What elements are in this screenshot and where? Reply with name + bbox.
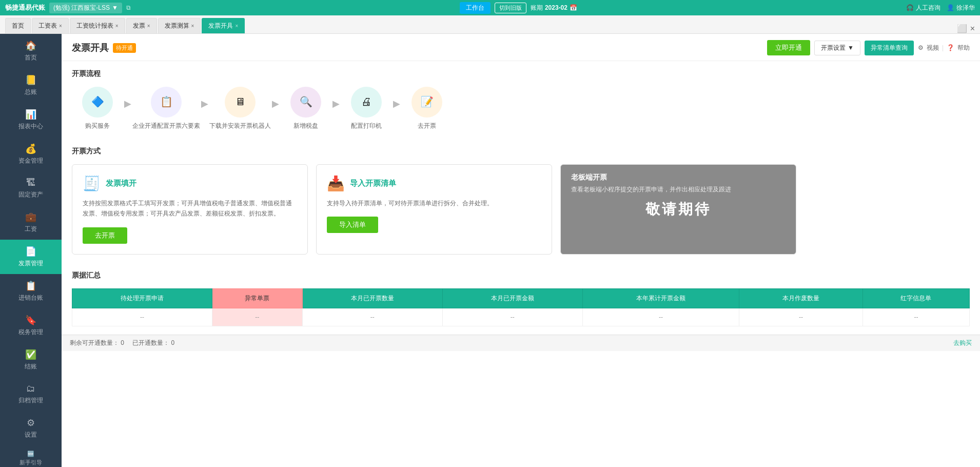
sidebar-item-tax-mgmt[interactable]: 🔖 税务管理 <box>0 308 62 343</box>
tab-home[interactable]: 首页 <box>5 18 31 33</box>
arrow-2: ▶ <box>201 98 208 109</box>
switch-version-button[interactable]: 切到旧版 <box>495 3 526 13</box>
manual-fill-desc: 支持按照发票格式手工填写开发票；可开具增值税电子普通发票、增值税普通发票、增值税… <box>83 198 297 219</box>
settings-right-icon: ⚙ <box>918 44 924 51</box>
method-section: 开票方式 🧾 发票填开 支持按照发票格式手工填写开发票；可开具增值税电子普通发票… <box>62 139 980 263</box>
arrow-4: ▶ <box>332 98 340 109</box>
arrow-1: ▶ <box>124 98 131 109</box>
step-open-invoice-icon-wrap: 📝 <box>411 87 442 118</box>
home-icon: 🏠 <box>25 40 36 51</box>
app-logo: 畅捷通易代账 <box>5 3 45 12</box>
top-bar-center: 工作台 切到旧版 账期 2023-02 📅 <box>460 2 577 14</box>
sidebar-item-fund-mgmt[interactable]: 💰 资金管理 <box>0 137 62 171</box>
company-selector[interactable]: (勉强) 江西服宝-LSS ▼ <box>49 3 122 13</box>
new-guide-icon: 🆕 <box>27 451 34 457</box>
step-tax-disk-label: 新增税盘 <box>293 122 318 130</box>
tab-restore-button[interactable]: ⬜ <box>957 24 967 33</box>
sidebar: 🏠 首页 📒 总账 📊 报表中心 💰 资金管理 🏗 固定资产 💼 工资 📄 发票… <box>0 34 62 467</box>
help-label[interactable]: 帮助 <box>957 44 970 52</box>
customer-service[interactable]: 🎧 人工咨询 <box>906 4 940 12</box>
calendar-icon[interactable]: 📅 <box>570 4 577 11</box>
salary-icon: 💼 <box>25 211 36 223</box>
view-label[interactable]: 视频 <box>927 44 939 52</box>
tab-invoice-calc-close[interactable]: × <box>191 23 194 29</box>
tab-salary-report-label: 工资统计报表 <box>76 22 113 30</box>
report-icon: 📊 <box>25 109 36 120</box>
sidebar-bottom: 🆕 新手引导 👑 畅会员 📌 取消固定 <box>0 445 62 467</box>
download-robot-icon: 🖥 <box>231 93 249 111</box>
sidebar-purchase-label: 进销台账 <box>18 294 43 302</box>
remaining-label: 剩余可开通数量： 0 <box>70 339 124 347</box>
step-open-invoice-label: 去开票 <box>418 122 436 130</box>
top-bar-right: 🎧 人工咨询 👤 徐泽华 <box>906 4 975 12</box>
tab-salary-report-close[interactable]: × <box>115 23 119 29</box>
sidebar-item-settings[interactable]: ⚙ 设置 <box>0 411 62 445</box>
tab-salary-report[interactable]: 工资统计报表 × <box>70 18 125 33</box>
workbench-button[interactable]: 工作台 <box>460 2 491 14</box>
copy-icon[interactable]: ⧉ <box>126 4 131 11</box>
step-open-invoice[interactable]: 📝 去开票 <box>401 87 453 130</box>
sidebar-item-invoice-mgmt[interactable]: 📄 发票管理 <box>0 240 62 274</box>
settlement-icon: ✅ <box>25 349 36 360</box>
tab-invoice[interactable]: 发票 × <box>126 18 157 33</box>
config-printer-icon: 🖨 <box>357 93 376 111</box>
open-invoice-icon: 📝 <box>418 93 436 111</box>
svg-text:🖥: 🖥 <box>235 96 245 107</box>
col-void-count: 本月作废数量 <box>739 288 863 308</box>
chevron-down-icon: ▼ <box>112 4 118 11</box>
cell-red-info: -- <box>863 308 969 326</box>
tab-invoice-tool[interactable]: 发票开具 × <box>202 18 245 33</box>
sidebar-item-purchase-sales[interactable]: 📋 进销台账 <box>0 274 62 308</box>
step-printer-icon-wrap: 🖨 <box>351 87 382 118</box>
svg-text:🔷: 🔷 <box>91 95 104 108</box>
sidebar-item-home[interactable]: 🏠 首页 <box>0 34 62 68</box>
tab-salary[interactable]: 工资表 × <box>32 18 69 33</box>
tab-invoice-calc[interactable]: 发票测算 × <box>158 18 201 33</box>
sidebar-item-report-center[interactable]: 📊 报表中心 <box>0 103 62 137</box>
sidebar-item-salary[interactable]: 💼 工资 <box>0 205 62 240</box>
col-red-info: 红字信息单 <box>863 288 969 308</box>
fixed-assets-icon: 🏗 <box>26 178 35 188</box>
manual-fill-button[interactable]: 去开票 <box>83 227 127 244</box>
cell-year-amount: -- <box>582 308 739 326</box>
tab-invoice-close[interactable]: × <box>147 23 150 29</box>
sidebar-report-label: 报表中心 <box>18 122 43 131</box>
sidebar-item-fixed-assets[interactable]: 🏗 固定资产 <box>0 171 62 205</box>
tab-invoice-tool-close[interactable]: × <box>235 23 238 29</box>
tab-salary-close[interactable]: × <box>59 23 62 29</box>
import-list-icon: 📥 <box>327 175 345 192</box>
abnormal-query-button[interactable]: 异常清单查询 <box>865 41 914 55</box>
step-add-tax-disk[interactable]: 🔍 新增税盘 <box>280 87 331 130</box>
step-download-robot[interactable]: 🖥 下载并安装开票机器人 <box>209 87 271 130</box>
step-config-printer[interactable]: 🖨 配置打印机 <box>341 87 392 130</box>
old-terminal-card: 老板端开票 查看老板端小程序提交的开票申请，并作出相应处理及跟进 敬请期待 <box>560 164 796 255</box>
col-abnormal: 异常单票 <box>212 288 303 308</box>
main-content: 发票开具 待开通 立即开通 开票设置 ▼ 异常清单查询 ⚙ 视频 | ❓ 帮助 <box>62 34 980 467</box>
tab-close-all-button[interactable]: × <box>970 24 975 33</box>
step-config-enterprise[interactable]: 📋 企业开通配置开票六要素 <box>132 87 200 130</box>
step-buy-service[interactable]: 🔷 购买服务 <box>72 87 123 130</box>
layout: 🏠 首页 📒 总账 📊 报表中心 💰 资金管理 🏗 固定资产 💼 工资 📄 发票… <box>0 34 980 467</box>
process-section: 开票流程 🔷 购买服务 ▶ <box>62 61 980 139</box>
process-flow: 🔷 购买服务 ▶ 📋 企业开通配置开票六要素 ▶ <box>72 87 970 130</box>
import-list-desc: 支持导入待开票清单，可对待开票清单进行拆分、合并处理。 <box>327 198 541 208</box>
step-printer-label: 配置打印机 <box>351 122 382 130</box>
step-tax-disk-icon-wrap: 🔍 <box>290 87 321 118</box>
tab-invoice-calc-label: 发票测算 <box>165 22 189 30</box>
open-settings-button[interactable]: 开票设置 ▼ <box>814 41 860 55</box>
import-list-button[interactable]: 导入清单 <box>327 217 378 233</box>
sidebar-item-archive-mgmt[interactable]: 🗂 归档管理 <box>0 377 62 411</box>
sidebar-item-new-guide[interactable]: 🆕 新手引导 <box>0 445 62 467</box>
summary-table: 待处理开票申请 异常单票 本月已开票数量 本月已开票金额 本年累计开票金额 本月… <box>72 288 970 326</box>
sidebar-item-settlement[interactable]: ✅ 结账 <box>0 343 62 377</box>
col-today-count: 本月已开票数量 <box>302 288 442 308</box>
open-now-button[interactable]: 立即开通 <box>767 40 810 55</box>
tab-salary-label: 工资表 <box>38 22 57 30</box>
user-avatar[interactable]: 👤 徐泽华 <box>947 4 975 12</box>
method-cards: 🧾 发票填开 支持按照发票格式手工填写开发票；可开具增值税电子普通发票、增值税普… <box>72 164 970 255</box>
step-download-label: 下载并安装开票机器人 <box>209 122 271 130</box>
svg-text:📋: 📋 <box>160 95 173 108</box>
sidebar-item-general-ledger[interactable]: 📒 总账 <box>0 68 62 103</box>
manual-fill-icon: 🧾 <box>83 175 101 192</box>
buy-link[interactable]: 去购买 <box>953 339 972 347</box>
